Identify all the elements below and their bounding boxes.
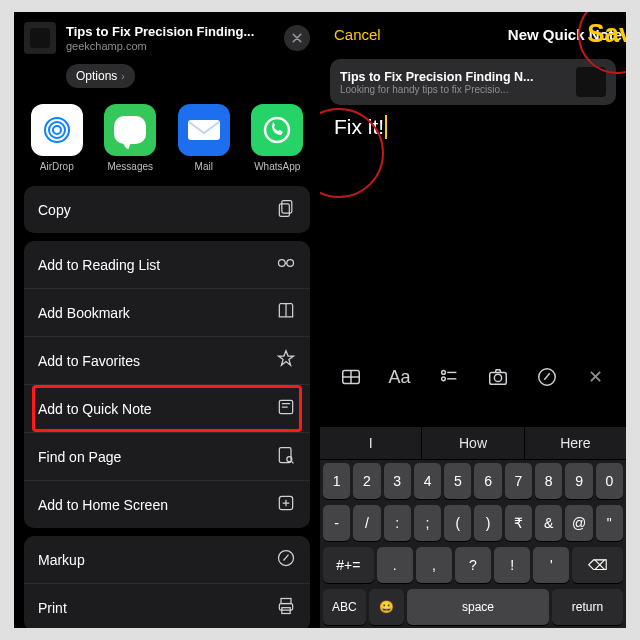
cancel-button[interactable]: Cancel <box>334 26 381 43</box>
key-7[interactable]: 7 <box>505 463 532 499</box>
key-8[interactable]: 8 <box>535 463 562 499</box>
key-5[interactable]: 5 <box>444 463 471 499</box>
checklist-icon[interactable] <box>434 364 464 390</box>
save-button[interactable]: Save <box>587 18 626 49</box>
key-rparen[interactable]: ) <box>474 505 501 541</box>
page-thumbnail <box>24 22 56 54</box>
key-2[interactable]: 2 <box>353 463 380 499</box>
predict-1[interactable]: I <box>320 427 422 459</box>
note-text-area[interactable]: Fix it! <box>320 105 626 149</box>
svg-rect-14 <box>281 599 291 604</box>
markup-pen-icon[interactable] <box>532 364 562 390</box>
key-6[interactable]: 6 <box>474 463 501 499</box>
quick-note-icon <box>276 397 296 420</box>
app-mail-label: Mail <box>195 161 213 172</box>
key-slash[interactable]: / <box>353 505 380 541</box>
quick-note-pane: Cancel New Quick Note Save Tips to Fix P… <box>320 12 626 628</box>
key-space[interactable]: space <box>407 589 549 625</box>
markup-icon <box>276 548 296 571</box>
svg-point-7 <box>279 260 286 267</box>
key-emoji[interactable]: 😀 <box>369 589 404 625</box>
action-markup[interactable]: Markup <box>24 536 310 584</box>
key-comma[interactable]: , <box>416 547 452 583</box>
action-favorites-label: Add to Favorites <box>38 353 140 369</box>
svg-point-21 <box>494 374 501 381</box>
app-whatsapp-label: WhatsApp <box>254 161 300 172</box>
svg-rect-10 <box>279 448 291 463</box>
key-dash[interactable]: - <box>323 505 350 541</box>
page-domain: geekchamp.com <box>66 40 284 52</box>
key-semicolon[interactable]: ; <box>414 505 441 541</box>
close-toolbar-icon[interactable]: ✕ <box>581 364 611 390</box>
airdrop-icon <box>31 104 83 156</box>
key-9[interactable]: 9 <box>565 463 592 499</box>
key-abc[interactable]: ABC <box>323 589 366 625</box>
predictive-bar: I How Here <box>320 427 626 460</box>
key-rupee[interactable]: ₹ <box>505 505 532 541</box>
action-bookmark-label: Add Bookmark <box>38 305 130 321</box>
app-messages-label: Messages <box>107 161 153 172</box>
key-row-1: 1 2 3 4 5 6 7 8 9 0 <box>320 460 626 502</box>
share-sheet: Tips to Fix Precision Finding... geekcha… <box>14 12 320 628</box>
link-preview-subtitle: Looking for handy tips to fix Precisio..… <box>340 84 568 95</box>
app-airdrop-label: AirDrop <box>40 161 74 172</box>
print-icon <box>276 596 296 619</box>
predict-3[interactable]: Here <box>525 427 626 459</box>
key-at[interactable]: @ <box>565 505 592 541</box>
key-bang[interactable]: ! <box>494 547 530 583</box>
key-1[interactable]: 1 <box>323 463 350 499</box>
copy-icon <box>276 198 296 221</box>
share-actions: Copy Add to Reading List Add Bookmark Ad… <box>14 186 320 628</box>
whatsapp-icon <box>251 104 303 156</box>
app-whatsapp[interactable]: WhatsApp <box>241 104 315 172</box>
add-home-icon <box>276 493 296 516</box>
svg-point-18 <box>441 371 445 375</box>
key-4[interactable]: 4 <box>414 463 441 499</box>
action-home-label: Add to Home Screen <box>38 497 168 513</box>
key-quote[interactable]: " <box>596 505 623 541</box>
action-bookmark[interactable]: Add Bookmark <box>24 289 310 337</box>
close-button[interactable] <box>284 25 310 51</box>
svg-point-19 <box>441 377 445 381</box>
format-aa-button[interactable]: Aa <box>385 364 415 390</box>
svg-point-4 <box>265 118 289 142</box>
key-row-4: ABC 😀 space return <box>320 586 626 628</box>
action-copy[interactable]: Copy <box>24 186 310 233</box>
options-button[interactable]: Options › <box>66 64 135 88</box>
key-colon[interactable]: : <box>384 505 411 541</box>
key-backspace[interactable]: ⌫ <box>572 547 623 583</box>
find-icon <box>276 445 296 468</box>
page-title: Tips to Fix Precision Finding... <box>66 24 284 39</box>
app-messages[interactable]: Messages <box>94 104 168 172</box>
action-find[interactable]: Find on Page <box>24 433 310 481</box>
key-amp[interactable]: & <box>535 505 562 541</box>
action-favorites[interactable]: Add to Favorites <box>24 337 310 385</box>
key-apos[interactable]: ' <box>533 547 569 583</box>
key-symbols[interactable]: #+= <box>323 547 374 583</box>
key-return[interactable]: return <box>552 589 623 625</box>
key-3[interactable]: 3 <box>384 463 411 499</box>
svg-point-0 <box>53 126 61 134</box>
quick-note-header: Cancel New Quick Note Save <box>320 12 626 53</box>
key-question[interactable]: ? <box>455 547 491 583</box>
app-mail[interactable]: Mail <box>167 104 241 172</box>
link-preview-thumb <box>576 67 606 97</box>
key-period[interactable]: . <box>377 547 413 583</box>
action-home-screen[interactable]: Add to Home Screen <box>24 481 310 528</box>
key-0[interactable]: 0 <box>596 463 623 499</box>
action-print[interactable]: Print <box>24 584 310 628</box>
predict-2[interactable]: How <box>422 427 524 459</box>
key-row-3: #+= . , ? ! ' ⌫ <box>320 544 626 586</box>
options-label: Options <box>76 69 117 83</box>
app-airdrop[interactable]: AirDrop <box>20 104 94 172</box>
camera-icon[interactable] <box>483 364 513 390</box>
chevron-right-icon: › <box>121 71 124 82</box>
action-reading-list[interactable]: Add to Reading List <box>24 241 310 289</box>
glasses-icon <box>276 253 296 276</box>
note-text: Fix it! <box>334 115 384 139</box>
table-icon[interactable] <box>336 364 366 390</box>
svg-point-1 <box>49 122 65 138</box>
key-lparen[interactable]: ( <box>444 505 471 541</box>
link-preview-card[interactable]: Tips to Fix Precision Finding N... Looki… <box>330 59 616 105</box>
action-quick-note[interactable]: Add to Quick Note <box>24 385 310 433</box>
